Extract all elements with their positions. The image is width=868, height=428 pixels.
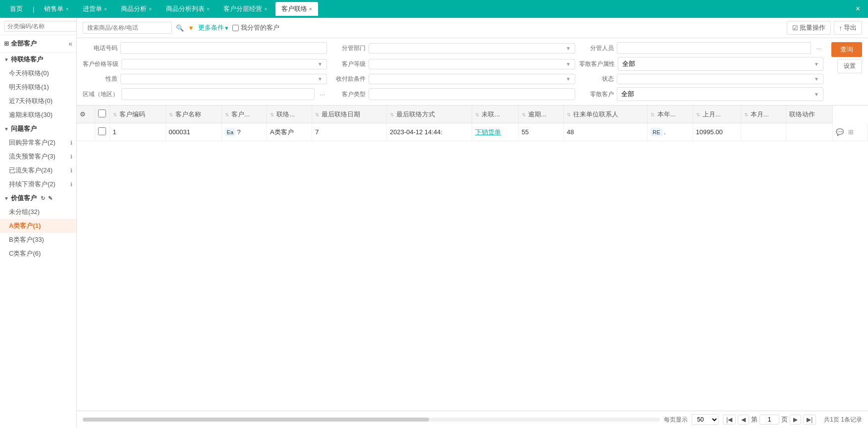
- sidebar-all-customers-label[interactable]: 全部客户: [11, 39, 37, 48]
- filter-search-input[interactable]: [83, 22, 172, 34]
- nav-close-all[interactable]: ×: [852, 2, 864, 15]
- value-edit-icon[interactable]: ✎: [48, 195, 53, 202]
- nav-tab-close-2[interactable]: ×: [149, 6, 152, 12]
- phone-input[interactable]: [120, 42, 327, 54]
- filter-more-btn[interactable]: 更多条件 ▾: [198, 23, 228, 32]
- payment-select[interactable]: ▼: [369, 74, 575, 84]
- sidebar-search-input[interactable]: [4, 21, 77, 32]
- sidebar-item-declining[interactable]: 持续下滑客户(2) ℹ: [0, 177, 76, 191]
- sidebar-section-problem[interactable]: ▼ 问题客户: [0, 122, 76, 136]
- sidebar-section-value[interactable]: ▼ 价值客户 ↻ ✎: [0, 191, 76, 205]
- th-last-contact-method[interactable]: ⇅ 最后联络方式: [386, 106, 472, 123]
- sidebar-item-repurchase-abnormal[interactable]: 回购异常客户(2) ℹ: [0, 136, 76, 150]
- retail-attr-select[interactable]: 全部 ▼: [618, 57, 823, 71]
- nav-tab-close-5[interactable]: ×: [309, 6, 312, 12]
- per-page-select[interactable]: 50 100: [692, 414, 719, 425]
- td-gear: [77, 123, 95, 141]
- next-page-button[interactable]: ▶: [790, 415, 801, 425]
- sidebar-section-pending[interactable]: ▼ 待联络客户: [0, 53, 76, 66]
- region-input[interactable]: [121, 88, 315, 100]
- nav-tab-3[interactable]: 商品分析列表 ×: [160, 2, 216, 16]
- th-last-contact-date[interactable]: ⇅ 最后联络日期: [312, 106, 387, 123]
- customer-grade-select[interactable]: ▼: [369, 59, 575, 69]
- filter-field-retail-customer: 零散客户 全部 ▼: [579, 87, 823, 101]
- sidebar-item-unclassified[interactable]: 未分组(32): [0, 205, 76, 219]
- nav-tab-1[interactable]: 进货单 ×: [77, 2, 113, 16]
- problem-arrow-icon: ▼: [4, 126, 9, 132]
- customer-type-input[interactable]: [369, 88, 575, 100]
- horizontal-scrollbar-track[interactable]: [83, 418, 660, 422]
- filter-search-icon[interactable]: 🔍: [176, 24, 184, 32]
- sidebar-item-class-c[interactable]: C类客户(6): [0, 247, 76, 261]
- value-refresh-icon[interactable]: ↻: [41, 195, 45, 202]
- filter-row-2: 客户价格等级 ▼ 客户等级 ▼: [83, 57, 823, 71]
- last-page-button[interactable]: ▶|: [803, 415, 816, 425]
- sidebar-item-overdue-label: 逾期未联络(30): [9, 110, 53, 119]
- export-button[interactable]: ↑ 导出: [834, 21, 863, 35]
- th-this-year[interactable]: ⇅ 本年...: [648, 106, 693, 123]
- th-contact-count[interactable]: ⇅ 联络...: [267, 106, 312, 123]
- nav-tab-close-3[interactable]: ×: [207, 6, 210, 12]
- grid-icon: ⊞: [4, 40, 9, 47]
- chat-icon-0[interactable]: 💬: [836, 128, 844, 136]
- row-last-contact-date-0: 2023-04-12 14:44:: [390, 128, 442, 136]
- status-select[interactable]: ▼: [617, 74, 823, 84]
- dept-select[interactable]: ▼: [369, 43, 575, 54]
- first-page-button[interactable]: |◀: [723, 415, 736, 425]
- person-input[interactable]: [617, 42, 811, 54]
- query-button[interactable]: 查询: [831, 42, 862, 57]
- th-contact-person[interactable]: ⇅ 往来单位联系人: [563, 106, 647, 123]
- sidebar-item-overdue[interactable]: 逾期未联络(30): [0, 108, 76, 122]
- th-this-month[interactable]: ⇅ 本月...: [741, 106, 786, 123]
- sidebar-item-tomorrow[interactable]: 明天待联络(1): [0, 80, 76, 94]
- nav-tab-close-0[interactable]: ×: [65, 6, 68, 12]
- nav-tab-close-4[interactable]: ×: [264, 6, 267, 12]
- my-customers-checkbox[interactable]: [232, 25, 239, 31]
- horizontal-scrollbar-thumb[interactable]: [83, 418, 429, 422]
- setting-button[interactable]: 设置: [837, 59, 862, 73]
- sidebar-item-class-b[interactable]: B类客户(33): [0, 233, 76, 247]
- th-name[interactable]: ⇅ 客户名称: [165, 106, 221, 123]
- my-customers-checkbox-label[interactable]: 我分管的客户: [232, 23, 279, 32]
- nav-tab-close-1[interactable]: ×: [104, 6, 107, 12]
- th-uncontacted[interactable]: ⇅ 未联...: [472, 106, 518, 123]
- sidebar-item-tomorrow-label: 明天待联络(1): [9, 83, 49, 92]
- td-uncontacted-0: 55: [518, 123, 563, 141]
- th-overdue[interactable]: ⇅ 逾期...: [518, 106, 563, 123]
- row-uncontacted-0: 55: [522, 128, 529, 136]
- price-grade-select[interactable]: ▼: [121, 59, 327, 69]
- sidebar-item-churned[interactable]: 已流失客户(24) ℹ: [0, 163, 76, 177]
- row-last-contact-method-0[interactable]: 下销货单: [475, 128, 501, 136]
- repurchase-abnormal-label: 回购异常客户(2): [9, 138, 55, 147]
- nav-tab-5[interactable]: 客户联络 ×: [275, 2, 318, 16]
- export-label: 导出: [844, 23, 857, 32]
- retail-customer-select[interactable]: 全部 ▼: [617, 87, 823, 101]
- sidebar-item-class-a[interactable]: A类客户(1): [0, 219, 76, 233]
- th-customer-type[interactable]: ⇅ 客户...: [221, 106, 267, 123]
- batch-ops-button[interactable]: ☑ 批量操作: [787, 21, 831, 35]
- customer-grade-arrow-icon: ▼: [566, 61, 571, 67]
- phone-label: 电话号码: [83, 44, 117, 53]
- gear-icon[interactable]: ⚙: [80, 110, 86, 118]
- page-input[interactable]: [760, 415, 779, 425]
- person-dots-icon[interactable]: ···: [814, 45, 823, 52]
- prev-page-button[interactable]: ◀: [738, 415, 749, 425]
- nature-select[interactable]: ▼: [120, 74, 327, 84]
- sidebar-item-today[interactable]: 今天待联络(0): [0, 66, 76, 80]
- nav-home[interactable]: 首页: [4, 4, 29, 13]
- sidebar-item-7days[interactable]: 近7天待联络(0): [0, 94, 76, 108]
- filter-row-1: 电话号码 分管部门 ▼ 分管人员: [83, 42, 823, 54]
- sidebar-item-churn-warning[interactable]: 流失预警客户(3) ℹ: [0, 150, 76, 163]
- select-all-checkbox[interactable]: [98, 109, 106, 117]
- row-checkbox-0[interactable]: [98, 127, 106, 135]
- sidebar-item-today-label: 今天待联络(0): [9, 69, 49, 78]
- nav-tab-4[interactable]: 客户分层经营 ×: [217, 2, 273, 16]
- action-grid-icon-0[interactable]: ⊞: [848, 128, 854, 136]
- th-code[interactable]: ⇅ 客户编码: [109, 106, 165, 123]
- th-last-month[interactable]: ⇅ 上月...: [693, 106, 741, 123]
- th-this-year-label: 本年...: [657, 110, 676, 118]
- region-dots-icon[interactable]: ···: [318, 91, 327, 98]
- nav-tab-2[interactable]: 商品分析 ×: [115, 2, 158, 16]
- nav-tab-0[interactable]: 销售单 ×: [38, 2, 74, 16]
- sidebar-collapse-icon[interactable]: «: [68, 40, 72, 48]
